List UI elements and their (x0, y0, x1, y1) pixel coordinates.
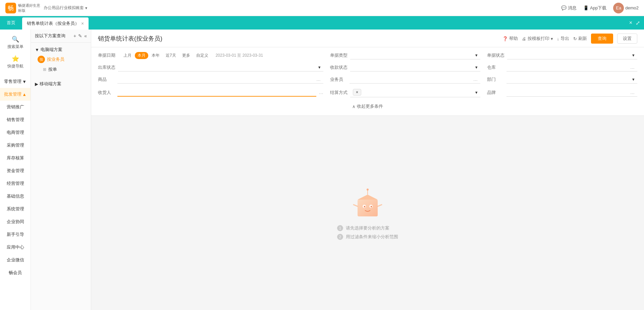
sidebar-item-wechat[interactable]: 企业微信 (0, 254, 31, 266)
svg-point-7 (367, 189, 369, 191)
user-area[interactable]: Ea demo2 (613, 3, 639, 13)
brand-dots-icon[interactable]: … (630, 90, 635, 95)
consignee-input[interactable] (117, 88, 316, 97)
scheme-item-salesperson[interactable]: 按 按业务员 (35, 54, 87, 65)
query-button[interactable]: 查询 (591, 34, 613, 44)
chevron-down2-icon: ▾ (632, 53, 635, 58)
doc-status-select[interactable]: ▾ (507, 51, 637, 59)
date-label: 单据日期 (98, 52, 115, 58)
print-button[interactable]: 🖨 按模板打印 ▾ (522, 36, 553, 42)
sub-scheme-icon: ⊞ (43, 67, 46, 72)
doc-type-select[interactable]: ▾ (350, 51, 480, 59)
sidebar-item-apps[interactable]: 应用中心 (0, 241, 31, 254)
tab-close-icon[interactable]: × (81, 21, 84, 26)
chevron-down4-icon: ▾ (475, 65, 478, 70)
date-7days-btn[interactable]: 近7天 (163, 52, 179, 59)
sidebar-item-sales[interactable]: 销售管理 (0, 113, 31, 126)
topbar-left: 畅 畅捷通好生意 标版 办公用品行业模拟账套 ▾ (5, 3, 87, 13)
breadcrumb-arrow-icon: ▾ (85, 6, 87, 10)
empty-illustration (351, 186, 384, 220)
salesperson-dots-icon[interactable]: … (473, 77, 478, 82)
sidebar-item-enterprise[interactable]: 企业协同 (0, 215, 31, 228)
collapse-button[interactable]: ∧ 收起更多条件 (98, 101, 637, 111)
settlement-tag-close-icon[interactable]: × (356, 90, 358, 95)
sidebar-item-member[interactable]: 畅会员 (0, 266, 31, 279)
print-label: 按模板打印 (528, 36, 549, 42)
date-period-buttons: 上月 本月 本年 近7天 更多 自定义 (121, 52, 211, 59)
sidebar-item-finance[interactable]: 资金管理 (0, 164, 31, 177)
sidebar-item-ecommerce[interactable]: 电商管理 (0, 126, 31, 139)
chevron-up-icon: ▲ (22, 92, 26, 97)
scheme-group-mobile-title[interactable]: ▶ 移动端方案 (35, 80, 87, 88)
logo-icon: 畅 (5, 3, 16, 13)
date-this-year-btn[interactable]: 本年 (149, 52, 162, 59)
tip-text-1: 请先选择要分析的方案 (346, 225, 389, 231)
date-custom-btn[interactable]: 自定义 (194, 52, 211, 59)
sidebar-item-basic[interactable]: 基础信息 (0, 190, 31, 203)
sidebar-item-purchase[interactable]: 采购管理 (0, 139, 31, 152)
goods-dots-icon[interactable]: … (316, 77, 321, 82)
refresh-label: 刷新 (578, 36, 587, 42)
help-button[interactable]: ❓ 帮助 (502, 36, 518, 42)
svg-marker-1 (358, 195, 378, 200)
scheme-group-desktop-title[interactable]: ▼ 电脑端方案 (35, 45, 87, 54)
message-button[interactable]: 💬 消息 (561, 5, 577, 11)
settlement-tag: × (353, 89, 361, 96)
tabbar-right: × ⤢ (629, 20, 644, 26)
add-scheme-button[interactable]: + (73, 33, 76, 39)
sidebar-item-wholesale[interactable]: 批发管理 ▲ (0, 88, 31, 101)
export-button[interactable]: ↓ 导出 (557, 36, 570, 42)
refresh-button[interactable]: ↻ 刷新 (573, 36, 587, 42)
breadcrumb-text: 办公用品行业模拟账套 (44, 5, 84, 11)
salesperson-select[interactable]: … (350, 75, 480, 84)
settlement-select[interactable]: × ▾ (350, 88, 480, 97)
filter-section: 单据日期 上月 本月 本年 近7天 更多 自定义 2023-03-01 至 20… (91, 47, 644, 116)
edit-scheme-button[interactable]: ✎ (78, 33, 82, 39)
window-expand-icon[interactable]: ⤢ (636, 20, 640, 26)
empty-tip-1: 1 请先选择要分析的方案 (337, 225, 398, 231)
collapse-label: 收起更多条件 (357, 103, 383, 109)
doc-status-label: 单据状态 (487, 52, 504, 58)
window-close-icon[interactable]: × (629, 20, 632, 26)
page-actions: ❓ 帮助 🖨 按模板打印 ▾ ↓ 导出 ↻ 刷新 (502, 34, 638, 44)
sidebar-item-system[interactable]: 系统管理 (0, 203, 31, 215)
topbar: 畅 畅捷通好生意 标版 办公用品行业模拟账套 ▾ 💬 消息 📱 App下载 Ea… (0, 0, 644, 16)
sidebar-item-newuser[interactable]: 新手引导 (0, 228, 31, 241)
consignee-label: 收货人 (98, 90, 115, 96)
warehouse-select[interactable]: … (506, 63, 637, 71)
empty-tip-2: 2 用过滤条件来缩小分析范围 (337, 234, 398, 240)
tab-active[interactable]: 销售单统计表（按业务员） × (22, 17, 89, 30)
filter-collection-status: 收款状态 ▾ (330, 63, 480, 71)
warehouse-dots-icon[interactable]: … (630, 65, 635, 70)
filter-settlement: 结算方式 × ▾ (330, 88, 480, 97)
filter-row-3: 商品 … 业务员 … 部门 (98, 75, 637, 84)
date-last-month-btn[interactable]: 上月 (121, 52, 134, 59)
collection-label: 收款状态 (330, 64, 347, 70)
breadcrumb[interactable]: 办公用品行业模拟账套 ▾ (44, 5, 87, 11)
goods-select[interactable]: … (117, 75, 323, 84)
sidebar-item-search[interactable]: 🔍 搜索菜单 (0, 33, 31, 52)
brand-select[interactable]: … (506, 89, 637, 97)
department-select[interactable]: ▾ (506, 75, 637, 84)
scheme-item-order[interactable]: ⊞ 按单 (35, 65, 87, 74)
app-download-button[interactable]: 📱 App下载 (583, 5, 606, 11)
tab-home[interactable]: 首页 (0, 16, 22, 30)
date-this-month-btn[interactable]: 本月 (135, 52, 148, 59)
sidebar-item-operation[interactable]: 经营管理 (0, 177, 31, 190)
sidebar-item-inventory[interactable]: 库存核算 (0, 152, 31, 164)
collection-select[interactable]: ▾ (350, 63, 480, 71)
settings-button[interactable]: 设置 (617, 34, 637, 44)
svg-line-8 (354, 205, 358, 206)
sidebar-item-retail[interactable]: 零售管理 ▼ (0, 75, 31, 88)
collapse-panel-button[interactable]: « (84, 33, 87, 39)
sidebar-item-marketing[interactable]: 营销推广 (0, 101, 31, 113)
date-more-btn[interactable]: 更多 (179, 52, 193, 59)
sidebar-item-shortcut[interactable]: ⭐ 快捷导航 (0, 52, 31, 72)
brand-label: 品牌 (487, 90, 504, 96)
username-label: demo2 (625, 5, 639, 10)
chevron-down-icon: ▾ (475, 53, 478, 58)
consignee-dots-icon[interactable]: … (319, 90, 323, 95)
triangle-icon: ▼ (35, 47, 39, 52)
out-status-select[interactable]: ▾ (118, 63, 323, 71)
filter-date: 单据日期 上月 本月 本年 近7天 更多 自定义 2023-03-01 至 20… (98, 52, 323, 59)
